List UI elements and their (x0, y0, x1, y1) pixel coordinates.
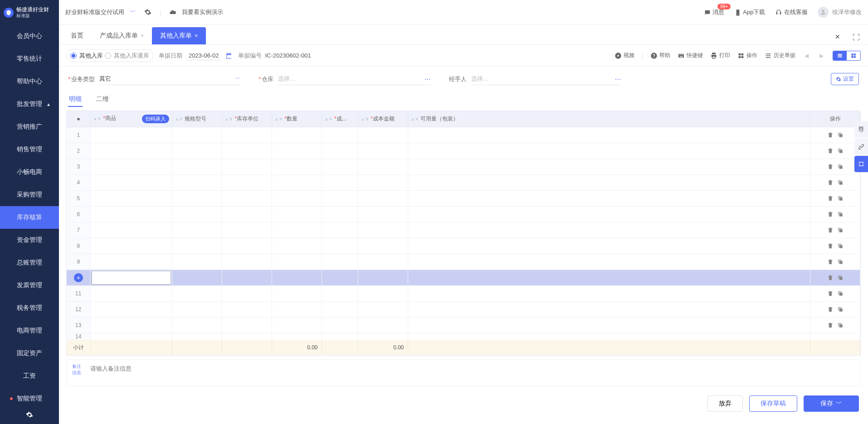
view-card-icon[interactable] (847, 51, 860, 60)
copy-icon[interactable] (837, 243, 844, 249)
copy-icon[interactable] (837, 211, 844, 217)
float-item-1[interactable]: 尊 (854, 121, 868, 138)
user-menu[interactable]: 徐泽华修改 (818, 7, 862, 18)
delete-icon[interactable] (827, 227, 834, 233)
settings-button[interactable]: 设置 (831, 73, 859, 85)
col-goods[interactable]: ▲▼*商品扫码录入 (90, 111, 172, 127)
table-row[interactable]: 7 (67, 222, 860, 238)
warehouse-field[interactable]: *仓库 选择...··· (258, 73, 431, 85)
delete-icon[interactable] (827, 306, 834, 313)
delete-icon[interactable] (827, 243, 834, 249)
sidebar-item[interactable]: 零售统计 (0, 48, 59, 70)
memo-input[interactable] (90, 363, 855, 372)
prev-icon[interactable]: ◀ (803, 53, 810, 59)
copy-icon[interactable] (837, 275, 844, 281)
col-gear[interactable] (67, 111, 90, 127)
copy-icon[interactable] (837, 179, 844, 186)
sidebar-item[interactable]: 小畅电商 (0, 161, 59, 183)
delete-icon[interactable] (827, 275, 834, 281)
sidebar-item[interactable]: 固定资产 (0, 342, 59, 365)
copy-icon[interactable] (837, 148, 844, 154)
context-selector[interactable]: 好业财标准版交付试用 ﹀ (65, 8, 136, 16)
sidebar-item[interactable]: 电商管理 (0, 319, 59, 342)
more-icon[interactable]: ··· (424, 76, 431, 82)
sidebar-item[interactable]: 智能管理 (0, 387, 59, 406)
add-row-icon[interactable]: + (74, 273, 83, 282)
copy-icon[interactable] (837, 322, 844, 328)
more-icon[interactable]: ··· (615, 76, 621, 82)
message-link[interactable]: 消息 99+ (704, 8, 725, 16)
service-link[interactable]: 在线客服 (775, 8, 808, 16)
video-button[interactable]: 视频 (614, 52, 634, 59)
copy-icon[interactable] (837, 164, 844, 170)
col-amount[interactable]: ▲▼*成本金额 (358, 111, 408, 127)
float-link-icon[interactable] (854, 139, 868, 155)
app-download-link[interactable]: App下载 (734, 8, 765, 16)
sidebar-item[interactable]: 营销推广 (0, 116, 59, 138)
view-form-icon[interactable] (833, 51, 847, 60)
col-cost[interactable]: ▲▼*成... (322, 111, 358, 127)
shortcut-button[interactable]: 快捷键 (678, 52, 703, 59)
float-expand-icon[interactable] (854, 156, 868, 172)
sidebar-item[interactable]: 资金管理 (0, 229, 59, 251)
table-row[interactable]: 2 (67, 143, 860, 159)
col-qty[interactable]: ▲▼*数量 (272, 111, 322, 127)
delete-icon[interactable] (827, 132, 834, 138)
fullscreen-icon[interactable]: ⛶ (848, 31, 864, 44)
action-button[interactable]: 操作 (737, 52, 757, 59)
table-row[interactable]: 5 (67, 191, 860, 207)
tab-finished-goods[interactable]: 产成品入库单× (92, 27, 152, 44)
table-row[interactable]: 4 (67, 175, 860, 191)
delete-icon[interactable] (827, 259, 834, 265)
sidebar-item[interactable]: 采购管理 (0, 183, 59, 206)
sidebar-item[interactable]: 工资 (0, 365, 59, 387)
table-row[interactable]: 13 (67, 318, 860, 333)
biz-type-field[interactable]: *业务类型 其它﹀ (68, 73, 240, 85)
delete-icon[interactable] (827, 164, 834, 170)
copy-icon[interactable] (837, 227, 844, 233)
delete-icon[interactable] (827, 148, 834, 154)
sidebar-item[interactable]: 库存核算 (0, 206, 59, 229)
operator-field[interactable]: 经手人 选择...··· (449, 73, 621, 85)
sidebar-item[interactable]: 发票管理 (0, 274, 59, 297)
delete-icon[interactable] (827, 211, 834, 217)
table-row[interactable]: 8 (67, 238, 860, 254)
sidebar-item[interactable]: 会员中心 (0, 25, 59, 48)
copy-icon[interactable] (837, 195, 844, 202)
sidebar-item[interactable]: 销售管理 (0, 138, 59, 161)
scan-button[interactable]: 扫码录入 (142, 115, 169, 123)
gear-icon[interactable] (144, 9, 151, 16)
sidebar-item[interactable]: 总账管理 (0, 251, 59, 274)
delete-icon[interactable] (827, 195, 834, 202)
copy-icon[interactable] (837, 290, 844, 297)
copy-icon[interactable] (837, 306, 844, 313)
delete-icon[interactable] (827, 179, 834, 186)
sidebar-item[interactable]: 帮助中心 (0, 70, 59, 93)
close-icon[interactable]: × (195, 33, 198, 39)
sidebar-item[interactable]: 批发管理▲ (0, 93, 59, 116)
next-icon[interactable]: ▶ (818, 53, 825, 59)
dtab-qr[interactable]: 二维 (95, 92, 110, 107)
table-row[interactable]: 9 (67, 254, 860, 270)
history-button[interactable]: 历史单据 (765, 52, 795, 59)
table-row[interactable]: 14 (67, 333, 860, 340)
delete-icon[interactable] (827, 322, 834, 328)
discard-button[interactable]: 放弃 (707, 395, 743, 412)
table-row[interactable]: 11 (67, 286, 860, 302)
print-button[interactable]: 打印 (710, 52, 730, 59)
table-row[interactable]: 3 (67, 159, 860, 175)
close-icon[interactable]: × (141, 33, 144, 39)
sidebar-settings[interactable] (0, 406, 59, 424)
table-row[interactable]: + (67, 270, 860, 286)
save-draft-button[interactable]: 保存草稿 (749, 395, 797, 412)
col-spec[interactable]: ▲▼规格型号 (172, 111, 222, 127)
copy-icon[interactable] (837, 132, 844, 138)
tab-other-in[interactable]: 其他入库单× (152, 27, 206, 44)
save-button[interactable]: 保存﹀ (804, 395, 859, 412)
col-unit[interactable]: ▲▼*库存单位 (222, 111, 272, 127)
radio-return[interactable]: 其他入库退库 (105, 52, 149, 60)
sidebar-item[interactable]: 税务管理 (0, 297, 59, 319)
table-row[interactable]: 6 (67, 207, 860, 222)
demo-link[interactable]: 我要看实例演示 (169, 8, 223, 16)
help-button[interactable]: 帮助 (650, 52, 670, 59)
